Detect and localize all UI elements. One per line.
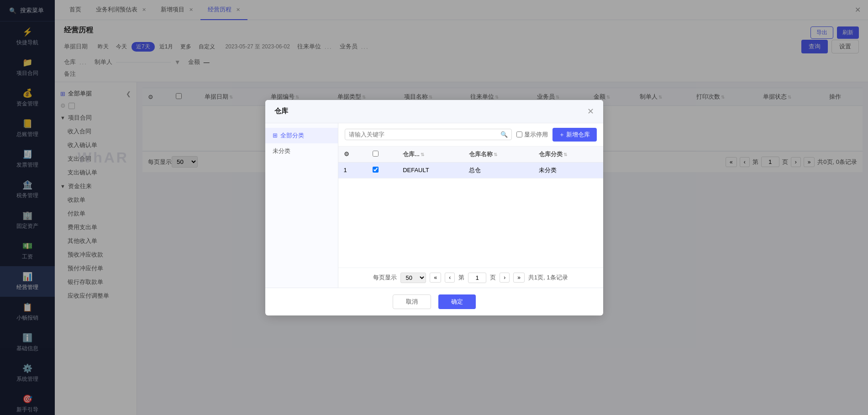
modal-search-icon: 🔍 [500,131,508,138]
wh-th-category: 仓库分类⇅ [533,147,603,163]
wh-row-checkbox [367,162,397,178]
warehouse-table-row[interactable]: 1 DEFAULT 总仓 未分类 [338,162,603,178]
modal-toolbar: 🔍 显示停用 ＋ 新增仓库 [338,123,603,147]
modal-page-size-label: 每页显示 [373,273,397,282]
show-disabled-text: 显示停用 [524,131,548,139]
modal-header: 仓库 ✕ [265,100,603,123]
modal-footer-pagination: 每页显示 50 100 « ‹ 第 页 › » 共1页, 1条记录 [338,268,603,288]
modal-pagination-total: 共1页, 1条记录 [528,273,568,282]
wh-th-checkbox [367,147,397,163]
modal-overlay: 仓库 ✕ ⊞ 全部分类 未分类 🔍 [0,0,868,415]
modal-table: ⚙ 仓库...⇅ 仓库名称⇅ 仓库分类⇅ 1 DEFAULT [338,147,603,268]
warehouse-modal: 仓库 ✕ ⊞ 全部分类 未分类 🔍 [265,100,603,315]
wh-row-select[interactable] [373,167,379,173]
modal-pagination-last[interactable]: » [513,273,525,283]
modal-left-panel: ⊞ 全部分类 未分类 [265,123,338,288]
modal-pagination-page-label-2: 页 [490,273,496,282]
warehouse-table-header: ⚙ 仓库...⇅ 仓库名称⇅ 仓库分类⇅ [338,147,603,163]
modal-page-size-select[interactable]: 50 100 [400,273,426,283]
cancel-button[interactable]: 取消 [393,294,431,309]
modal-unclassified-label: 未分类 [273,147,290,155]
modal-right-panel: 🔍 显示停用 ＋ 新增仓库 ⚙ 仓库...⇅ [338,123,603,288]
modal-search-input[interactable] [349,131,500,138]
modal-pagination-first[interactable]: « [430,273,441,283]
modal-left-all[interactable]: ⊞ 全部分类 [265,128,338,143]
modal-show-disabled-label: 显示停用 [516,131,548,139]
modal-title: 仓库 [274,107,288,116]
modal-actions: 取消 确定 [265,288,603,315]
modal-left-unclassified[interactable]: 未分类 [265,143,338,159]
warehouse-table: ⚙ 仓库...⇅ 仓库名称⇅ 仓库分类⇅ 1 DEFAULT [338,147,603,179]
modal-all-label: 全部分类 [280,131,304,140]
wh-row-code: DEFAULT [397,162,463,178]
wh-select-all[interactable] [373,151,379,157]
wh-row-category: 未分类 [533,162,603,178]
modal-page-input[interactable] [468,273,486,283]
modal-pagination-next[interactable]: › [500,273,510,283]
grid-icon-modal: ⊞ [273,132,278,139]
wh-th-gear: ⚙ [338,147,368,163]
modal-close-icon[interactable]: ✕ [587,106,594,116]
modal-body: ⊞ 全部分类 未分类 🔍 显示停用 [265,123,603,288]
modal-search-box: 🔍 [345,129,512,140]
wh-row-index: 1 [338,162,368,178]
show-disabled-checkbox[interactable] [516,131,522,137]
wh-th-code: 仓库...⇅ [397,147,463,163]
wh-th-name: 仓库名称⇅ [463,147,533,163]
confirm-button[interactable]: 确定 [438,294,476,309]
modal-pagination-prev[interactable]: ‹ [445,273,455,283]
modal-pagination-page-label: 第 [458,273,464,282]
add-warehouse-button[interactable]: ＋ 新增仓库 [552,128,597,142]
gear-icon-wh[interactable]: ⚙ [344,151,349,158]
wh-row-name: 总仓 [463,162,533,178]
